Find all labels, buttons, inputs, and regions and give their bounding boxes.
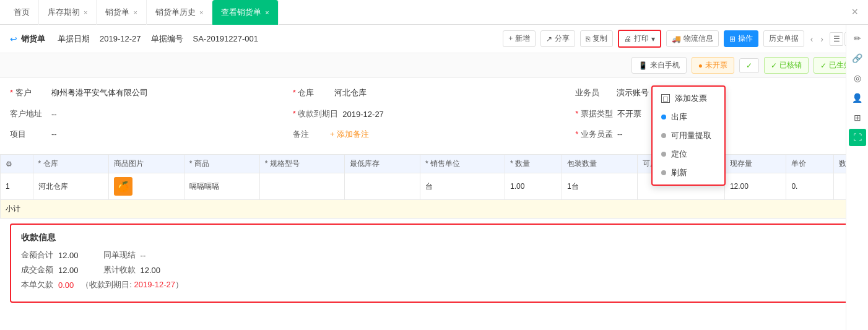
tab-view-sales-order-label: 查看销货单 <box>221 7 261 18</box>
from-phone-label: 来自手机 <box>650 60 680 71</box>
row-pack-qty: 1台 <box>562 173 638 200</box>
tab-view-sales-order[interactable]: 查看销货单 × <box>212 0 278 25</box>
tab-bar: 首页 库存期初 × 销货单 × 销货单历史 × 查看销货单 × × <box>0 0 868 25</box>
col-image: 商品图片 <box>108 155 184 173</box>
tab-inventory-init[interactable]: 库存期初 × <box>39 0 97 25</box>
payment-due-field: 收款到期日 2019-12-27 <box>293 108 576 121</box>
sold-badge: ✓ 已核销 <box>764 57 809 74</box>
print-button-label: 打印 <box>634 33 649 44</box>
tab-home-label: 首页 <box>14 7 30 18</box>
col-spec: * 规格型号 <box>259 155 344 173</box>
row-min-stock <box>344 173 420 200</box>
sold-label: 已核销 <box>779 60 802 71</box>
tab-sales-order-close[interactable]: × <box>133 9 137 16</box>
footer-row-1: 金额合计 12.00 同单现结 -- <box>21 250 847 261</box>
phone-icon: 📱 <box>638 61 648 70</box>
project-field: 项目 -- <box>10 128 293 141</box>
subtotal-label: 小计 <box>1 200 868 219</box>
doc-meta: 单据日期 2019-12-27 单据编号 SA-20191227-001 <box>58 33 258 45</box>
new-button[interactable]: + 新增 <box>503 30 535 47</box>
refresh-dot <box>661 170 666 175</box>
expand-icon[interactable]: ⛶ <box>849 129 866 146</box>
amount-total-label: 金额合计 <box>21 250 53 261</box>
project-value: -- <box>47 128 121 141</box>
table-header-row: ⚙ * 仓库 商品图片 * 商品 * 规格型号 最低库存 * 销售单位 * 数量… <box>1 155 868 173</box>
due-date-label: （收款到期日: 2019-12-27） <box>81 279 183 290</box>
tab-sales-order[interactable]: 销货单 × <box>97 0 146 25</box>
footer-row-3: 本单欠款 0.00 （收款到期日: 2019-12-27） <box>21 279 847 290</box>
add-invoice-menu-item[interactable]: □ 添加发票 <box>653 89 724 108</box>
amount-total-value: 12.00 <box>58 251 79 260</box>
out-warehouse-menu-item[interactable]: 出库 <box>653 108 724 126</box>
copy-button[interactable]: ⎘ 复制 <box>580 30 613 47</box>
cumulative-payment-value: 12.00 <box>141 266 161 275</box>
logistics-button[interactable]: 🚚 物流信息 <box>666 30 719 47</box>
check-button[interactable]: ✓ <box>739 58 759 73</box>
share-icon: ↗ <box>546 35 552 43</box>
col-qty: * 数量 <box>505 155 562 173</box>
history-button[interactable]: 历史单据 <box>763 30 804 47</box>
main-content: ↩ 销货单 单据日期 2019-12-27 单据编号 SA-20191227-0… <box>0 25 868 330</box>
next-arrow[interactable]: › <box>819 34 825 44</box>
remark-label: 备注 <box>293 129 330 140</box>
list-view-icon[interactable]: ☰ <box>830 32 843 46</box>
edit-icon[interactable]: ✏ <box>849 30 866 47</box>
tab-sales-history[interactable]: 销货单历史 × <box>147 0 212 25</box>
refresh-menu-item[interactable]: 刷新 <box>653 163 724 182</box>
add-invoice-label: 添加发票 <box>675 93 707 104</box>
share-button-label: 分享 <box>555 33 570 44</box>
row-unit: 台 <box>420 173 505 200</box>
project-label: 项目 <box>10 129 47 140</box>
check-icon: ✓ <box>746 61 752 70</box>
available-qty-dot <box>661 133 666 138</box>
current-owe-value: 0.00 <box>58 280 74 290</box>
tab-view-sales-order-close[interactable]: × <box>265 9 269 16</box>
tab-inventory-init-close[interactable]: × <box>84 9 87 16</box>
print-dropdown-icon: ▾ <box>651 35 655 43</box>
footer-info: 收款信息 金额合计 12.00 同单现结 -- 成交金额 12.00 累计收款 … <box>10 224 858 303</box>
cumulative-payment-label: 累计收款 <box>103 264 136 276</box>
window-close-button[interactable]: × <box>846 6 863 19</box>
actions-button[interactable]: ⊞ 操作 <box>724 30 758 47</box>
warehouse-field: 仓库 河北仓库 <box>293 85 576 100</box>
col-unit: * 销售单位 <box>420 155 505 173</box>
circle-icon[interactable]: ◎ <box>849 69 866 87</box>
prev-arrow[interactable]: ‹ <box>809 34 815 44</box>
print-button[interactable]: 🖨 打印 ▾ <box>618 30 661 48</box>
logistics-icon: 🚚 <box>672 35 681 43</box>
table-row: 1 河北仓库 🍊 嗝嗝嗝嗝 台 1.00 1台 12.00 0. <box>1 173 868 200</box>
salesperson-label: 业务员 <box>575 87 612 98</box>
copy-button-label: 复制 <box>592 33 607 44</box>
location-label: 定位 <box>671 149 687 160</box>
sold-check-icon: ✓ <box>771 61 777 70</box>
tab-home[interactable]: 首页 <box>5 0 39 25</box>
share-button[interactable]: ↗ 分享 <box>540 30 575 47</box>
row-price: 0. <box>786 173 834 200</box>
toolbar: + 新增 ↗ 分享 ⎘ 复制 🖨 打印 ▾ 🚚 物流信息 ⊞ 操作 <box>503 30 858 48</box>
actions-button-label: 操作 <box>738 33 753 44</box>
location-dot <box>661 152 666 157</box>
same-order-field: 同单现结 -- <box>103 250 146 261</box>
location-menu-item[interactable]: 定位 <box>653 145 724 163</box>
dot-icon: ● <box>698 61 703 70</box>
amount-total-field: 金额合计 12.00 <box>21 250 79 261</box>
transaction-amount-label: 成交金额 <box>21 264 53 276</box>
row-spec <box>259 173 344 200</box>
form-row-3: 项目 -- 备注 添加备注 业务员孟 -- <box>10 128 858 141</box>
add-invoice-icon: □ <box>661 94 670 103</box>
add-remark-button[interactable]: 添加备注 <box>330 129 369 140</box>
doc-title: 销货单 <box>21 33 45 45</box>
actions-dropdown: □ 添加发票 出库 可用量提取 定位 刷新 <box>651 85 726 186</box>
tab-sales-history-close[interactable]: × <box>199 9 203 16</box>
payment-due-value: 2019-12-27 <box>338 108 412 121</box>
col-current: 现存量 <box>724 155 786 173</box>
table-icon[interactable]: ⊞ <box>849 109 866 126</box>
user-icon[interactable]: 👤 <box>849 89 866 106</box>
link-icon[interactable]: 🔗 <box>849 50 866 67</box>
from-phone-button[interactable]: 📱 来自手机 <box>631 57 687 74</box>
row-warehouse: 河北仓库 <box>33 173 108 200</box>
available-qty-menu-item[interactable]: 可用量提取 <box>653 126 724 145</box>
footer-row-2: 成交金额 12.00 累计收款 12.00 <box>21 264 847 276</box>
same-order-value: -- <box>141 251 146 260</box>
row-image: 🍊 <box>108 173 184 200</box>
